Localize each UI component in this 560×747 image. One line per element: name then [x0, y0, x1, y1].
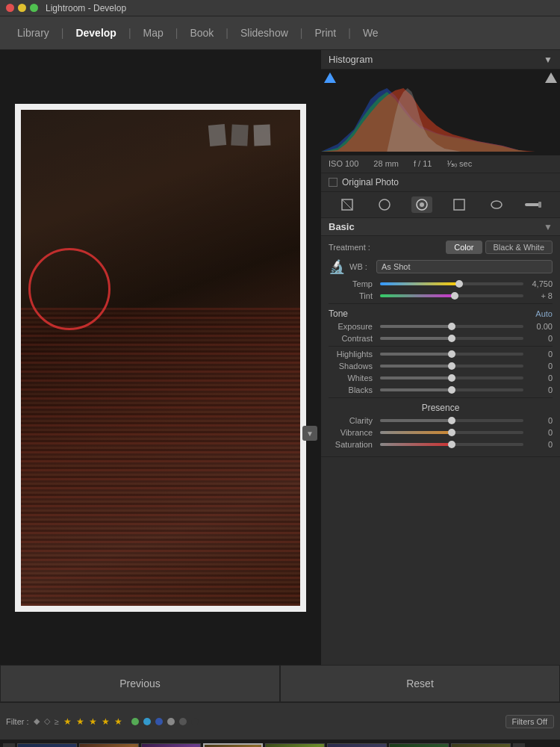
blacks-slider-track[interactable] [380, 388, 523, 391]
photo-container[interactable] [15, 104, 306, 612]
presence-divider [329, 397, 553, 398]
darker-filter-dot[interactable] [191, 718, 199, 725]
filmstrip-prev-arrow[interactable]: ◀ [3, 743, 15, 747]
minimize-button[interactable] [18, 4, 26, 12]
temp-slider-thumb[interactable] [455, 280, 463, 288]
menu-library[interactable]: Library [11, 24, 55, 42]
temp-slider-row: Temp 4,750 [329, 279, 553, 288]
blacks-slider-fill [380, 388, 452, 391]
filmstrip-thumb-7[interactable] [389, 743, 449, 747]
exif-focal: 28 mm [373, 159, 399, 169]
temp-slider-track[interactable] [380, 282, 523, 285]
shadows-slider-track[interactable] [380, 365, 523, 368]
close-button[interactable] [6, 4, 14, 12]
contrast-label: Contrast [329, 334, 377, 343]
filmstrip-thumb-5[interactable] [265, 743, 325, 747]
shadows-slider-thumb[interactable] [448, 362, 455, 370]
menu-map[interactable]: Map [137, 24, 169, 42]
vibrance-slider-track[interactable] [380, 431, 523, 434]
bw-treatment-button[interactable]: Black & White [485, 241, 553, 254]
highlights-clipping-indicator[interactable] [545, 72, 557, 83]
previous-button[interactable]: Previous [0, 665, 280, 702]
wb-select[interactable]: As Shot [376, 260, 553, 273]
exposure-slider-thumb[interactable] [448, 323, 455, 330]
spot-removal-tool[interactable] [374, 196, 395, 213]
sep-1: | [61, 27, 64, 39]
filmstrip-thumb-1[interactable] [17, 743, 77, 747]
panel-collapse-arrow[interactable]: ▼ [302, 426, 317, 441]
auto-button[interactable]: Auto [535, 309, 553, 318]
highlights-divider [329, 346, 553, 347]
filter-unflag-icon[interactable]: ◇ [44, 716, 50, 726]
tint-slider-track[interactable] [380, 294, 523, 297]
exposure-slider-track[interactable] [380, 325, 523, 328]
saturation-slider-thumb[interactable] [448, 441, 455, 448]
menu-print[interactable]: Print [308, 24, 342, 42]
whites-slider-fill [380, 376, 452, 379]
menu-slideshow[interactable]: Slideshow [234, 24, 294, 42]
dark-filter-dot[interactable] [179, 718, 187, 725]
menu-book[interactable]: Book [184, 24, 220, 42]
clarity-label: Clarity [329, 416, 377, 425]
highlights-slider-track[interactable] [380, 353, 523, 356]
blacks-slider-thumb[interactable] [448, 386, 455, 394]
crop-tool[interactable] [337, 196, 358, 213]
star-3[interactable]: ★ [89, 716, 97, 727]
shadows-clipping-indicator[interactable] [324, 72, 336, 83]
filmstrip-thumb-2[interactable] [79, 743, 139, 747]
tint-slider-thumb[interactable] [451, 292, 458, 300]
presence-title: Presence [329, 403, 553, 413]
filters-off-dropdown[interactable]: Filters Off [505, 715, 554, 728]
filter-flag-icon[interactable]: ◆ [34, 716, 40, 726]
blue-filter-dot[interactable] [143, 718, 151, 725]
shadows-slider-row: Shadows 0 [329, 362, 553, 371]
menu-web[interactable]: We [357, 24, 385, 42]
radial-filter-tool[interactable] [486, 196, 507, 213]
star-4[interactable]: ★ [102, 716, 110, 727]
filter-reject-icon[interactable]: ≥ [55, 717, 59, 726]
whites-slider-track[interactable] [380, 376, 523, 379]
green-filter-dot[interactable] [131, 718, 139, 725]
menu-develop[interactable]: Develop [69, 24, 122, 42]
clarity-slider-track[interactable] [380, 419, 523, 422]
contrast-slider-track[interactable] [380, 337, 523, 340]
saturation-slider-track[interactable] [380, 443, 523, 446]
reset-button[interactable]: Reset [280, 665, 560, 702]
highlights-slider-thumb[interactable] [448, 350, 455, 358]
star-1[interactable]: ★ [63, 716, 72, 727]
exposure-value: 0.00 [526, 322, 553, 331]
basic-section-header[interactable]: Basic ▼ [321, 218, 560, 236]
contrast-slider-row: Contrast 0 [329, 334, 553, 343]
maximize-button[interactable] [30, 4, 38, 12]
menubar: Library | Develop | Map | Book | Slidesh… [0, 16, 560, 50]
basic-section-toggle[interactable]: ▼ [544, 222, 553, 232]
filmstrip-thumb-8[interactable] [451, 743, 511, 747]
red-eye-tool[interactable] [411, 196, 432, 213]
original-photo-checkbox[interactable] [329, 178, 337, 187]
graduated-filter-tool[interactable] [449, 196, 470, 213]
star-2[interactable]: ★ [76, 716, 84, 727]
exposure-label: Exposure [329, 322, 377, 331]
filmstrip-next-arrow[interactable]: ▶ [513, 743, 525, 747]
eyedropper-icon[interactable]: 🔬 [329, 258, 345, 275]
whites-slider-thumb[interactable] [448, 374, 455, 382]
vibrance-slider-thumb[interactable] [448, 429, 455, 436]
adjustment-brush-tool[interactable] [523, 196, 544, 213]
svg-point-5 [420, 202, 424, 207]
tint-slider-row: Tint + 8 [329, 291, 553, 300]
highlights-label: Highlights [329, 350, 377, 359]
window-controls [6, 4, 38, 12]
temp-slider-fill [380, 282, 459, 285]
gray-filter-dot[interactable] [167, 718, 175, 725]
clarity-slider-thumb[interactable] [448, 417, 455, 424]
treatment-row: Treatment : Color Black & White [329, 241, 553, 254]
filmstrip-thumb-4[interactable] [203, 743, 263, 747]
dark-blue-filter-dot[interactable] [155, 718, 163, 725]
contrast-slider-thumb[interactable] [448, 335, 455, 342]
filmstrip-thumb-6[interactable] [327, 743, 387, 747]
vibrance-label: Vibrance [329, 428, 377, 437]
filmstrip-thumb-3[interactable] [141, 743, 201, 747]
histogram-dropdown-icon[interactable]: ▼ [544, 55, 553, 65]
color-treatment-button[interactable]: Color [446, 241, 482, 254]
star-5[interactable]: ★ [114, 716, 122, 727]
